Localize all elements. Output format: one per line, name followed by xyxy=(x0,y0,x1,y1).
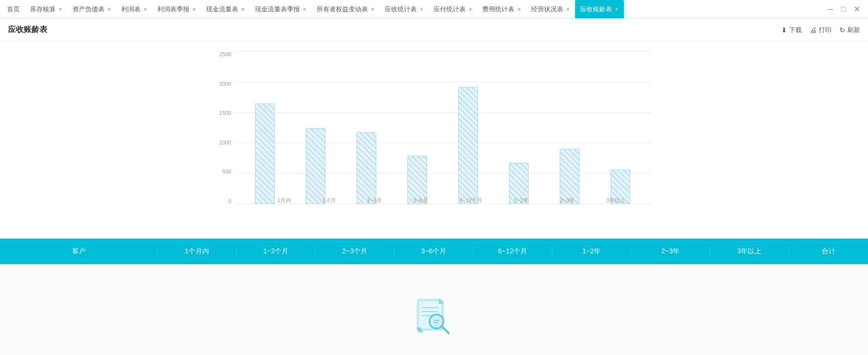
tab-profit-quarterly[interactable]: 利润表季报 × xyxy=(152,0,201,19)
x-label-6: 2~3年 xyxy=(560,197,575,204)
tab-equity-label: 所有者权益变动表 xyxy=(317,5,368,14)
refresh-icon: ↻ xyxy=(839,26,845,34)
tab-bar: 首页 库存核算 × 资产负债表 × 利润表 × 利润表季报 × 现金流量表 × … xyxy=(0,0,868,19)
tab-ar-aging-close[interactable]: × xyxy=(615,6,618,12)
download-icon: ⬇ xyxy=(781,26,787,34)
download-button[interactable]: ⬇ 下载 xyxy=(781,26,802,35)
tab-operations-close[interactable]: × xyxy=(566,6,570,12)
refresh-button[interactable]: ↻ 刷新 xyxy=(839,26,860,35)
tab-expense-stats-label: 费用统计表 xyxy=(482,5,514,14)
tab-ap-stats[interactable]: 应付统计表 × xyxy=(429,0,477,19)
th-cell-2: 1~2个月 xyxy=(237,247,316,256)
print-icon: 🖨 xyxy=(810,26,817,34)
tab-home[interactable]: 首页 xyxy=(2,0,25,19)
tab-ar-stats-close[interactable]: × xyxy=(420,6,423,12)
x-label-1: 1-2月 xyxy=(323,197,336,204)
bar-fill-2 xyxy=(357,132,376,204)
tab-inventory-close[interactable]: × xyxy=(59,6,62,12)
th-cell-1: 1个月内 xyxy=(158,247,237,256)
th-cell-6: 1~2年 xyxy=(552,247,631,256)
tab-cashflow-quarterly[interactable]: 现金流量表季报 × xyxy=(250,0,312,19)
chart-plot: 1月内1-2月2~3月3~6月6~12个月1~2年2~3年3年以上 xyxy=(234,51,651,204)
th-cell-5: 6~12个月 xyxy=(473,247,552,256)
chart-area: 0 500 1000 1500 2000 2500 xyxy=(0,41,868,239)
y-axis: 0 500 1000 1500 2000 2500 xyxy=(212,51,234,204)
tab-ar-stats-label: 应收统计表 xyxy=(385,5,417,14)
tab-balance-sheet-label: 资产负债表 xyxy=(72,5,105,14)
bar-fill-1 xyxy=(306,128,326,204)
x-label-7: 3年以上 xyxy=(606,197,625,204)
x-labels: 1月内1-2月2~3月3~6月6~12个月1~2年2~3年3年以上 xyxy=(256,197,646,204)
tab-ap-stats-label: 应付统计表 xyxy=(434,5,466,14)
th-cell-9: 合计 xyxy=(789,247,868,256)
th-cell-8: 3年以上 xyxy=(710,247,789,256)
th-cell-4: 3~6个月 xyxy=(395,247,473,256)
print-button[interactable]: 🖨 打印 xyxy=(810,26,832,35)
main-content: 0 500 1000 1500 2000 2500 xyxy=(0,41,868,355)
x-label-4: 6~12个月 xyxy=(459,197,482,204)
tab-ap-stats-close[interactable]: × xyxy=(469,6,472,12)
tab-inventory[interactable]: 库存核算 × xyxy=(25,0,68,19)
bar-2 xyxy=(357,132,376,204)
svg-point-7 xyxy=(432,317,441,326)
window-actions: ─ □ ✕ xyxy=(826,3,866,15)
y-label-1500: 1500 xyxy=(219,110,231,116)
y-label-2000: 2000 xyxy=(219,81,231,87)
bar-0 xyxy=(255,104,275,204)
refresh-label: 刷新 xyxy=(847,26,860,35)
tab-cashflow-quarterly-label: 现金流量表季报 xyxy=(255,5,300,14)
empty-icon xyxy=(409,294,459,338)
tab-operations-label: 经营状况表 xyxy=(531,5,563,14)
page-header: 应收账龄表 ⬇ 下载 🖨 打印 ↻ 刷新 xyxy=(0,19,868,41)
bar-4 xyxy=(458,87,478,204)
bar-fill-6 xyxy=(560,149,579,204)
tab-cashflow-label: 现金流量表 xyxy=(206,5,238,14)
tab-ar-aging[interactable]: 应收账龄表 × xyxy=(575,0,624,19)
bar-1 xyxy=(306,128,326,204)
table-header: 客户1个月内1~2个月2~3个月3~6个月6~12个月1~2年2~3年3年以上合… xyxy=(0,239,868,264)
tab-operations[interactable]: 经营状况表 × xyxy=(526,0,575,19)
tab-balance-sheet[interactable]: 资产负债表 × xyxy=(68,0,116,19)
bar-6 xyxy=(560,149,579,204)
x-label-0: 1月内 xyxy=(277,197,291,204)
maximize-button[interactable]: □ xyxy=(839,4,848,15)
tab-profit[interactable]: 利润表 × xyxy=(116,0,152,19)
tab-home-label: 首页 xyxy=(7,5,20,14)
tab-equity[interactable]: 所有者权益变动表 × xyxy=(312,0,380,19)
y-label-1000: 1000 xyxy=(219,140,231,145)
x-label-5: 1~2年 xyxy=(514,197,529,204)
download-label: 下载 xyxy=(789,26,802,35)
tab-cashflow-quarterly-close[interactable]: × xyxy=(303,6,306,12)
x-label-3: 3~6月 xyxy=(413,197,428,204)
tab-equity-close[interactable]: × xyxy=(371,6,374,12)
chart-container: 0 500 1000 1500 2000 2500 xyxy=(212,51,656,219)
y-label-500: 500 xyxy=(222,169,231,175)
empty-state xyxy=(0,264,868,355)
tab-ar-aging-label: 应收账龄表 xyxy=(580,5,612,14)
tab-profit-quarterly-close[interactable]: × xyxy=(192,6,196,12)
tab-cashflow[interactable]: 现金流量表 × xyxy=(201,0,250,19)
x-label-2: 2~3月 xyxy=(367,197,382,204)
close-button[interactable]: ✕ xyxy=(852,3,862,15)
tab-cashflow-close[interactable]: × xyxy=(241,6,245,12)
tab-profit-label: 利润表 xyxy=(121,5,141,14)
bar-fill-0 xyxy=(255,104,275,204)
tab-expense-stats-close[interactable]: × xyxy=(517,6,521,12)
print-label: 打印 xyxy=(819,26,832,35)
tab-profit-close[interactable]: × xyxy=(144,6,147,12)
tab-expense-stats[interactable]: 费用统计表 × xyxy=(477,0,526,19)
bars-container xyxy=(234,51,651,204)
tab-balance-sheet-close[interactable]: × xyxy=(108,6,111,12)
th-cell-3: 2~3个月 xyxy=(316,247,395,256)
bar-fill-4 xyxy=(458,87,478,204)
th-cell-7: 2~3年 xyxy=(631,247,710,256)
minimize-button[interactable]: ─ xyxy=(826,4,835,15)
page-actions: ⬇ 下载 🖨 打印 ↻ 刷新 xyxy=(781,26,860,35)
th-cell-0: 客户 xyxy=(0,247,158,256)
y-label-0: 0 xyxy=(228,198,231,204)
tab-inventory-label: 库存核算 xyxy=(30,5,56,14)
y-label-2500: 2500 xyxy=(219,51,231,57)
tab-ar-stats[interactable]: 应收统计表 × xyxy=(380,0,429,19)
tab-profit-quarterly-label: 利润表季报 xyxy=(157,5,189,14)
page-title: 应收账龄表 xyxy=(8,25,47,35)
